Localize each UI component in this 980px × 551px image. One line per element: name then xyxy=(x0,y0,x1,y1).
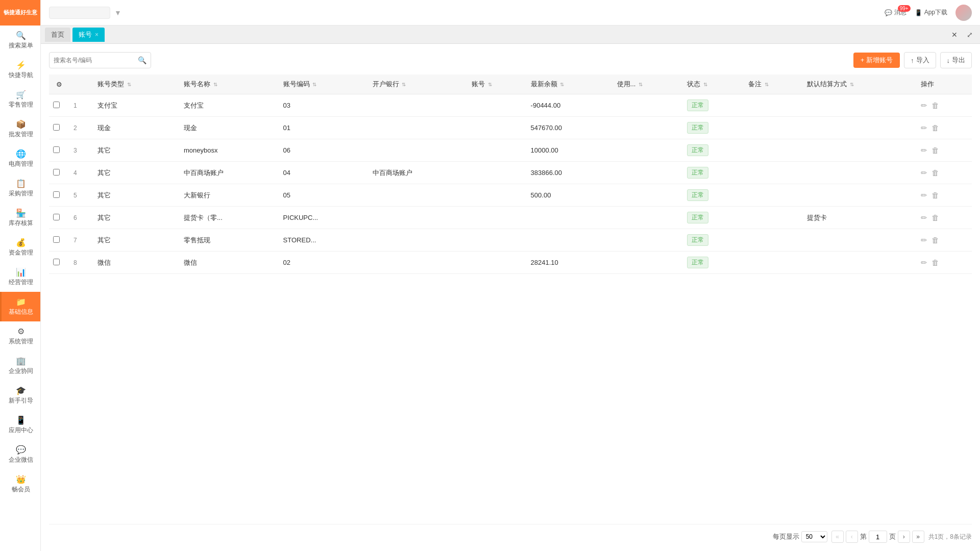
search-icon[interactable]: 🔍 xyxy=(138,56,146,64)
next-page-button[interactable]: › xyxy=(898,531,910,543)
avatar[interactable] xyxy=(955,5,972,21)
per-page-select[interactable]: 50 100 200 xyxy=(801,531,827,542)
delete-button[interactable]: 🗑 xyxy=(932,101,939,110)
row-code: 02 xyxy=(279,252,369,274)
sidebar-item-inventory[interactable]: 🏪 库存核算 xyxy=(0,203,40,233)
messages-button[interactable]: 💬 消息 99+ xyxy=(885,8,906,17)
row-checkbox[interactable] xyxy=(49,252,69,274)
col-name[interactable]: 账号名称 ⇅ xyxy=(180,74,279,94)
row-account xyxy=(468,94,526,117)
col-account[interactable]: 账号 ⇅ xyxy=(468,74,526,94)
tab-home[interactable]: 首页 xyxy=(45,28,70,42)
row-checkbox[interactable] xyxy=(49,117,69,139)
prev-page-button[interactable]: ‹ xyxy=(846,531,858,543)
ecommerce-icon: 🌐 xyxy=(16,149,26,159)
col-balance[interactable]: 最新余额 ⇅ xyxy=(527,74,613,94)
edit-button[interactable]: ✏ xyxy=(921,168,927,178)
col-code[interactable]: 账号编码 ⇅ xyxy=(279,74,369,94)
edit-button[interactable]: ✏ xyxy=(921,236,927,245)
row-num: 8 xyxy=(69,252,93,274)
row-usage xyxy=(613,252,683,274)
row-default-settlement xyxy=(803,139,917,162)
col-status[interactable]: 状态 ⇅ xyxy=(683,74,744,94)
topbar-search-input[interactable] xyxy=(49,7,110,19)
import-icon: ↑ xyxy=(911,57,914,64)
shortcut-icon: ⚡ xyxy=(16,60,26,70)
member-icon: 👑 xyxy=(16,474,26,484)
topbar-dropdown-icon[interactable]: ▼ xyxy=(114,9,121,17)
search-input[interactable] xyxy=(54,57,138,64)
row-account xyxy=(468,117,526,139)
edit-button[interactable]: ✏ xyxy=(921,101,927,110)
sidebar-item-retail[interactable]: 🛒 零售管理 xyxy=(0,85,40,114)
edit-button[interactable]: ✏ xyxy=(921,191,927,200)
table-row: 7 其它 零售抵现 STORED... 正常 ✏ 🗑 xyxy=(49,229,972,252)
sidebar-item-capital[interactable]: 💰 资金管理 xyxy=(0,233,40,262)
row-checkbox[interactable] xyxy=(49,162,69,184)
import-button[interactable]: ↑ 导入 xyxy=(904,52,936,68)
delete-button[interactable]: 🗑 xyxy=(932,168,939,178)
col-type[interactable]: 账号类型 ⇅ xyxy=(93,74,180,94)
sidebar-item-enterprise[interactable]: 🏢 企业协同 xyxy=(0,351,40,381)
row-name: 支付宝 xyxy=(180,94,279,117)
row-notes xyxy=(744,117,803,139)
delete-button[interactable]: 🗑 xyxy=(932,213,939,222)
tab-account-close[interactable]: × xyxy=(95,32,99,38)
topbar-left: ▼ xyxy=(49,7,121,19)
sidebar-item-label: 畅会员 xyxy=(12,485,30,494)
page-suffix: 页 xyxy=(889,532,896,541)
col-bank[interactable]: 开户银行 ⇅ xyxy=(369,74,468,94)
per-page-label: 每页显示 xyxy=(773,532,799,541)
row-usage xyxy=(613,117,683,139)
row-checkbox[interactable] xyxy=(49,139,69,162)
tab-expand-button[interactable]: ⤢ xyxy=(964,29,976,41)
col-settings[interactable]: ⚙ xyxy=(49,74,69,94)
add-account-button[interactable]: + 新增账号 xyxy=(853,53,900,68)
tab-close-all-button[interactable]: ✕ xyxy=(948,29,961,41)
sidebar-item-ecommerce[interactable]: 🌐 电商管理 xyxy=(0,144,40,173)
sidebar-item-wechat[interactable]: 💬 企业微信 xyxy=(0,440,40,469)
row-name: 微信 xyxy=(180,252,279,274)
last-page-button[interactable]: » xyxy=(912,531,924,543)
col-default-settlement[interactable]: 默认结算方式 ⇅ xyxy=(803,74,917,94)
page-prefix: 第 xyxy=(860,532,867,541)
app-download-label: App下载 xyxy=(924,8,947,17)
row-checkbox[interactable] xyxy=(49,184,69,207)
col-notes[interactable]: 备注 ⇅ xyxy=(744,74,803,94)
tab-account[interactable]: 账号 × xyxy=(72,28,105,42)
table-row: 4 其它 中百商场账户 04 中百商场账户 383866.00 正常 ✏ 🗑 xyxy=(49,162,972,184)
delete-button[interactable]: 🗑 xyxy=(932,191,939,200)
sidebar-item-guide[interactable]: 🎓 新手引导 xyxy=(0,381,40,410)
app-download-button[interactable]: 📱 App下载 xyxy=(915,8,947,17)
sidebar-item-member[interactable]: 👑 畅会员 xyxy=(0,469,40,499)
edit-button[interactable]: ✏ xyxy=(921,213,927,222)
delete-button[interactable]: 🗑 xyxy=(932,146,939,155)
row-checkbox[interactable] xyxy=(49,207,69,229)
sidebar-item-shortcut[interactable]: ⚡ 快捷导航 xyxy=(0,55,40,85)
row-notes xyxy=(744,94,803,117)
sidebar-item-purchase[interactable]: 📋 采购管理 xyxy=(0,173,40,203)
edit-button[interactable]: ✏ xyxy=(921,258,927,267)
row-default-settlement xyxy=(803,229,917,252)
row-default-settlement: 提货卡 xyxy=(803,207,917,229)
sidebar-item-label: 基础信息 xyxy=(9,308,33,316)
edit-button[interactable]: ✏ xyxy=(921,123,927,133)
edit-button[interactable]: ✏ xyxy=(921,146,927,155)
export-button[interactable]: ↓ 导出 xyxy=(940,52,972,68)
sidebar-item-appcenter[interactable]: 📱 应用中心 xyxy=(0,410,40,440)
delete-button[interactable]: 🗑 xyxy=(932,236,939,245)
row-usage xyxy=(613,162,683,184)
sidebar-item-system[interactable]: ⚙ 系统管理 xyxy=(0,321,40,351)
delete-button[interactable]: 🗑 xyxy=(932,258,939,267)
page-input[interactable] xyxy=(869,531,887,543)
delete-button[interactable]: 🗑 xyxy=(932,123,939,133)
sidebar-item-basic[interactable]: 📁 基础信息 xyxy=(0,292,40,321)
sidebar-item-operations[interactable]: 📊 经营管理 xyxy=(0,262,40,292)
row-balance: 547670.00 xyxy=(527,117,613,139)
row-checkbox[interactable] xyxy=(49,94,69,117)
col-usage[interactable]: 使用... ⇅ xyxy=(613,74,683,94)
sidebar-item-wholesale[interactable]: 📦 批发管理 xyxy=(0,114,40,144)
row-checkbox[interactable] xyxy=(49,229,69,252)
first-page-button[interactable]: « xyxy=(831,531,844,543)
sidebar-item-search[interactable]: 🔍 搜索菜单 xyxy=(0,26,40,55)
